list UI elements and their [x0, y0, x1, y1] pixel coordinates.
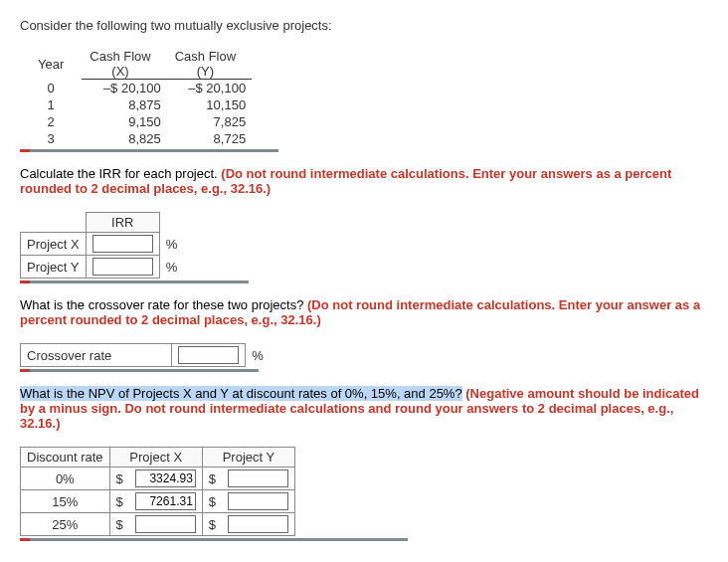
crossover-table: Crossover rate %: [20, 343, 270, 367]
col-projy: Project Y: [202, 448, 294, 468]
q3-text: What is the NPV of Projects X and Y at d…: [20, 386, 708, 431]
row-project-x: Project X: [21, 233, 87, 256]
npv-y-0[interactable]: [228, 469, 288, 487]
npv-table: Discount rate Project X Project Y 0% $ $…: [20, 447, 295, 536]
divider: [20, 281, 249, 283]
col-year: Year: [20, 49, 82, 80]
npv-y-15[interactable]: [228, 492, 288, 510]
irr-input-y[interactable]: [92, 258, 153, 276]
row-project-y: Project Y: [21, 256, 87, 279]
irr-input-x[interactable]: [92, 235, 153, 253]
col-discount: Discount rate: [21, 448, 110, 468]
npv-x-25[interactable]: [135, 515, 196, 533]
npv-x-0[interactable]: [135, 469, 196, 487]
col-cfy1: Cash Flow: [167, 49, 252, 64]
divider: [20, 369, 259, 372]
npv-y-25[interactable]: [228, 515, 288, 533]
col-cfy2: (Y): [167, 64, 252, 80]
q1-text: Calculate the IRR for each project. (Do …: [20, 166, 708, 196]
crossover-input[interactable]: [178, 346, 239, 364]
q2-text: What is the crossover rate for these two…: [20, 297, 708, 327]
col-cfx2: (X): [82, 64, 166, 80]
crossover-label: Crossover rate: [21, 344, 172, 367]
divider: [20, 538, 408, 541]
irr-table: IRR Project X % Project Y %: [20, 212, 184, 279]
cashflow-table: Year Cash Flow Cash Flow (X) (Y) 0–$ 20,…: [20, 49, 252, 147]
divider: [20, 149, 278, 152]
col-projx: Project X: [109, 448, 202, 468]
npv-x-15[interactable]: [135, 492, 196, 510]
irr-header: IRR: [86, 213, 159, 233]
intro-text: Consider the following two mutually excl…: [20, 18, 708, 33]
col-cfx1: Cash Flow: [82, 49, 166, 64]
